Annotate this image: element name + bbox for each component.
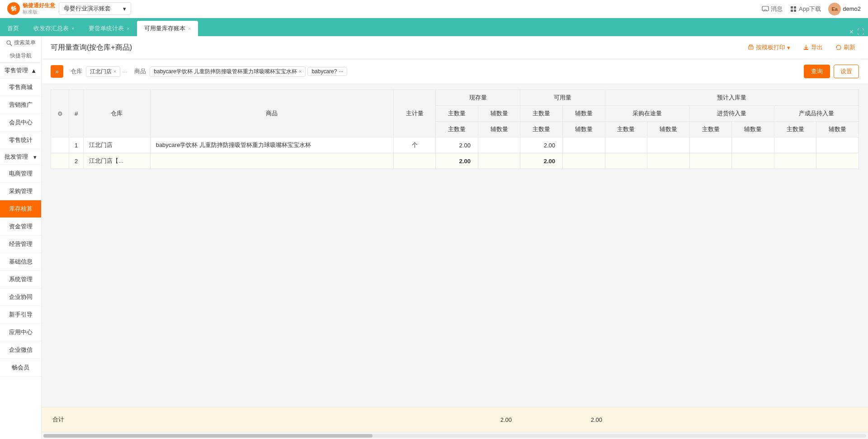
refresh-button[interactable]: 刷新 — [832, 42, 859, 53]
sidebar-item-finance[interactable]: 资金管理 — [0, 218, 41, 236]
cell-unit-1: 个 — [393, 137, 436, 153]
sidebar-item-app-center[interactable]: 应用中心 — [0, 324, 41, 341]
col-avail-main: 主数量 — [520, 106, 563, 122]
col-cs-main2: 主数量 — [436, 122, 478, 137]
print-button[interactable]: 按模板打印 ▾ — [744, 42, 794, 53]
sidebar-item-enterprise-wechat[interactable]: 企业微信 — [0, 341, 41, 359]
cell-avail-main-2: 2.00 — [520, 153, 563, 169]
svg-rect-8 — [750, 45, 752, 46]
svg-point-5 — [7, 41, 10, 44]
search-menu-button[interactable]: 搜索菜单 — [0, 36, 41, 49]
filter-area: » 仓库 江北门店 × ··· 商品 babycare学饮杯 儿童防摔防撞吸管杯… — [42, 59, 868, 84]
avatar: Ea — [828, 3, 841, 15]
footer-label: 合计 — [47, 413, 119, 426]
page-header: 可用量查询(按仓库+商品) 按模板打印 ▾ 导出 刷新 — [42, 36, 868, 59]
sidebar-item-ecommerce[interactable]: 电商管理 — [0, 165, 41, 183]
page-actions: 按模板打印 ▾ 导出 刷新 — [744, 42, 859, 53]
scroll-track[interactable] — [43, 434, 866, 438]
col-avail-main2: 主数量 — [520, 122, 563, 137]
sidebar-item-system[interactable]: 系统管理 — [0, 271, 41, 288]
product-tag-1[interactable]: babycare学饮杯 儿童防摔防撞吸管杯重力球吸嘴杯宝宝水杯 × — [150, 66, 306, 77]
col-pt-aux: 辅数量 — [647, 122, 690, 137]
product-tag-2[interactable]: babycare? ··· — [307, 67, 347, 76]
close-tab-icon[interactable]: × — [127, 26, 129, 31]
table-row: 1 江北门店 babycare学饮杯 儿童防摔防撞吸管杯重力球吸嘴杯宝宝水杯 个… — [51, 137, 859, 153]
tab-order-stats[interactable]: 要货单统计表 × — [81, 21, 137, 36]
cell-avail-main-1: 2.00 — [520, 137, 563, 153]
sidebar-item-retail-mgmt[interactable]: 零售管理 ▲ — [0, 63, 41, 79]
message-icon — [762, 5, 769, 13]
horizontal-scrollbar[interactable] — [42, 432, 868, 439]
sidebar-item-retail-mall[interactable]: 零售商城 — [0, 79, 41, 96]
tab-available-inventory[interactable]: 可用量库存账本 × — [137, 21, 198, 36]
tab-home[interactable]: 首页 — [0, 21, 26, 36]
user-name: demo2 — [843, 5, 861, 12]
footer-avail-aux — [609, 417, 646, 422]
col-product: 商品 — [150, 90, 393, 137]
svg-rect-4 — [794, 9, 796, 12]
user-profile[interactable]: Ea demo2 — [828, 3, 861, 15]
remove-product-tag[interactable]: × — [299, 69, 302, 74]
sidebar-item-member-center[interactable]: 会员中心 — [0, 114, 41, 132]
sidebar-item-new-guide[interactable]: 新手引导 — [0, 306, 41, 324]
sidebar-item-inventory-check[interactable]: 库存核算 — [0, 200, 41, 218]
industry-selector[interactable]: 母婴行业演示账套 ▾ — [59, 2, 131, 15]
close-tab-icon[interactable]: × — [188, 26, 191, 31]
col-main-unit: 主计量 — [393, 90, 436, 137]
nav-tabs: 首页 收发存汇总表 × 要货单统计表 × 可用量库存账本 × × ⛶ — [0, 18, 868, 36]
warehouse-more[interactable]: ··· — [122, 68, 127, 75]
table-area: ⚙ # 仓库 商品 主计量 现存量 可用量 预计入库量 主数量 辅数量 主数量 — [42, 84, 868, 407]
message-button[interactable]: 消息 — [762, 5, 783, 13]
sidebar-item-purchase[interactable]: 采购管理 — [0, 183, 41, 200]
col-pp-main: 主数量 — [774, 122, 816, 137]
sidebar-item-vip[interactable]: 畅会员 — [0, 359, 41, 377]
sidebar-item-wholesale-mgmt[interactable]: 批发管理 ▾ — [0, 149, 41, 165]
scroll-thumb[interactable] — [43, 434, 373, 438]
col-cs-main: 主数量 — [436, 106, 478, 122]
export-button[interactable]: 导出 — [799, 42, 826, 53]
warehouse-tag[interactable]: 江北门店 × — [86, 66, 120, 77]
product-label: 商品 — [134, 67, 146, 76]
quick-nav-button[interactable]: 快捷导航 — [0, 49, 41, 63]
nav-expand-button[interactable]: ⛶ — [857, 28, 864, 36]
settings-button[interactable]: 设置 — [834, 65, 859, 78]
sidebar-item-basic-info[interactable]: 基础信息 — [0, 253, 41, 271]
industry-label: 母婴行业演示账套 — [64, 5, 111, 13]
cell-warehouse-1: 江北门店 — [84, 137, 150, 153]
col-seq: # — [69, 90, 84, 137]
chevron-icon: ▾ — [33, 154, 37, 160]
refresh-icon — [835, 44, 842, 51]
filter-expand-button[interactable]: » — [51, 65, 63, 78]
cell-cs-aux-1 — [478, 137, 520, 153]
col-ip-aux: 辅数量 — [732, 122, 774, 137]
col-pt-main: 主数量 — [605, 122, 647, 137]
nav-close-button[interactable]: × — [849, 28, 854, 36]
sidebar-item-retail-stats[interactable]: 零售统计 — [0, 132, 41, 149]
cell-seq-1: 1 — [69, 137, 84, 153]
brand-icon: 畅 — [7, 2, 20, 15]
page-title: 可用量查询(按仓库+商品) — [51, 43, 132, 52]
svg-line-6 — [10, 44, 12, 46]
col-warehouse: 仓库 — [84, 90, 150, 137]
close-tab-icon[interactable]: × — [71, 26, 74, 31]
sidebar-item-marketing[interactable]: 营销推广 — [0, 96, 41, 114]
warehouse-tags: 江北门店 × ··· — [86, 66, 127, 77]
cell-seq-2: 2 — [69, 153, 84, 169]
sidebar-item-operations[interactable]: 经营管理 — [0, 236, 41, 253]
tab-receipt-summary[interactable]: 收发存汇总表 × — [26, 21, 81, 36]
svg-rect-1 — [791, 6, 793, 9]
app-download-button[interactable]: App下载 — [790, 5, 821, 13]
top-bar: 畅 畅捷通好生意 标准版 母婴行业演示账套 ▾ 消息 App下载 Ea demo… — [0, 0, 868, 18]
svg-rect-3 — [791, 9, 793, 12]
sidebar-item-enterprise-collab[interactable]: 企业协同 — [0, 288, 41, 306]
cell-product-1: babycare学饮杯 儿童防摔防撞吸管杯重力球吸嘴杯宝宝水杯 — [150, 137, 393, 153]
footer-row: 合计 2.00 2.00 — [47, 411, 863, 428]
query-button[interactable]: 查询 — [804, 65, 830, 78]
col-planned-inbound: 预计入库量 — [605, 90, 859, 106]
footer-cs-main: 2.00 — [465, 414, 519, 426]
product-tags: babycare学饮杯 儿童防摔防撞吸管杯重力球吸嘴杯宝宝水杯 × babyca… — [150, 66, 347, 77]
cell-avail-aux-2 — [563, 153, 605, 169]
brand-name: 畅捷通好生意 — [23, 2, 55, 9]
table-footer: 合计 2.00 2.00 — [42, 407, 868, 432]
remove-warehouse-tag[interactable]: × — [113, 69, 116, 74]
